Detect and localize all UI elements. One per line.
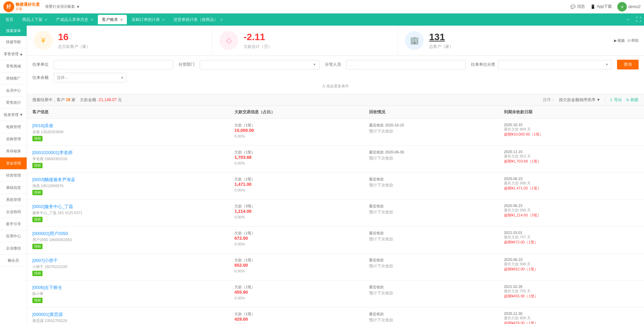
sidebar-item-wechat[interactable]: 企业微信 — [0, 242, 27, 255]
debt-info-cell: 欠款（1笔） 455.90 0.00% — [234, 285, 369, 300]
sidebar-item-ecom[interactable]: 电商管理 — [0, 121, 27, 133]
overdue-amount[interactable]: 超期¥652.00（1笔） — [504, 267, 639, 272]
sidebar-item-enterprise[interactable]: 企业协同 — [0, 206, 27, 218]
collection-cell: 最近收款 2020-10-15 预计下次收款 — [369, 123, 504, 134]
tab-close-icon[interactable]: ✕ — [220, 18, 223, 22]
customer-name[interactable]: [0003]畅捷服务尹海蓝 — [32, 177, 234, 183]
table-container: 客户信息 欠款交易信息（占比） 回收情况 到期未收款日期 [0016]吴俊 吴俊… — [27, 106, 644, 324]
stat-card-total-customers: 🏢 131 总客户（家） — [398, 26, 583, 55]
from-unit-input[interactable]: ... — [54, 60, 173, 69]
collection-cell: 最近收款 预计下次收款 — [369, 231, 504, 242]
sidebar-item-app-center[interactable]: 应用中心 — [0, 230, 27, 242]
total-customers-icon: 🏢 — [405, 31, 424, 50]
sidebar-item-finance[interactable]: 资金管理 — [0, 157, 27, 170]
customer-tag: 现销 — [32, 298, 43, 303]
sidebar-item-batch-mgmt[interactable]: 批发管理 ▼ — [0, 109, 27, 121]
debt-customers-icon: ¥ — [34, 31, 53, 50]
dept-select[interactable]: ▼ — [200, 60, 319, 69]
debt-amount[interactable]: 1,214.00 — [234, 209, 369, 214]
sidebar-item-vip[interactable]: 畅会员 — [0, 255, 27, 267]
sidebar-item-inventory[interactable]: 库存核算 — [0, 145, 27, 157]
export-btn[interactable]: ⇧ 导出 — [610, 97, 622, 103]
customer-name[interactable]: [0016]吴俊 — [32, 123, 234, 129]
manager-input[interactable]: ... — [346, 60, 466, 69]
maximize-btn[interactable]: ⛶ — [635, 17, 643, 23]
debt-amount[interactable]: 1,703.68 — [234, 155, 369, 160]
debt-count: 欠款（1笔） — [234, 312, 369, 317]
stat-card-debt-customers: ¥ 16 总欠款客户（家） — [27, 26, 213, 55]
customer-name[interactable]: [0002]服务中心_丁磊 — [32, 204, 234, 210]
overdue-date: 2020.06.23 — [504, 258, 639, 262]
debt-amount[interactable]: 1,471.00 — [234, 182, 369, 187]
col-header-debt: 欠款交易信息（占比） — [234, 109, 369, 115]
last-collection: 最近收款 — [369, 312, 504, 317]
customer-tag: 现销 — [32, 163, 43, 168]
unit-type-dropdown-icon: ▼ — [605, 63, 609, 66]
sidebar-item-base-info[interactable]: 基础信息 — [0, 182, 27, 194]
customer-name[interactable]: [0006]去下粮仓 — [32, 285, 234, 291]
unit-type-select[interactable]: ▼ — [498, 60, 612, 69]
results-info: 搜索结果中，客户 16 家 欠款金额 -21,148.07 元 — [32, 97, 122, 103]
stat-number-debt-customers: 16 — [58, 32, 90, 42]
refresh-btn[interactable]: ↻ 刷新 — [626, 97, 639, 103]
sidebar-search[interactable]: 搜索菜单 — [0, 26, 27, 36]
debt-amount[interactable]: 429.00 — [234, 317, 369, 322]
sidebar-item-marketing[interactable]: 营销推广 — [0, 72, 27, 85]
tab-close-icon[interactable]: ✕ — [45, 18, 47, 22]
user-avatar[interactable]: d demo2 — [617, 2, 641, 11]
sidebar-item-new-guide[interactable]: 新手引导 — [0, 218, 27, 230]
customer-tag: 现销 — [32, 217, 43, 222]
tab-customer-account[interactable]: 客户账本 ✕ — [98, 15, 127, 24]
debt-amount[interactable]: 672.00 — [234, 236, 369, 241]
sidebar-item-member[interactable]: 会员中心 — [0, 85, 27, 97]
overdue-amount[interactable]: 超期¥1,214.00（3笔） — [504, 213, 639, 218]
customer-name[interactable]: [000002]用户2050 — [32, 231, 234, 237]
tab-bar-controls: － ⛶ — [624, 16, 643, 23]
sidebar-item-business[interactable]: 经营管理 — [0, 170, 27, 182]
customer-name[interactable]: [0001020001]李老师 — [32, 150, 234, 156]
sidebar-item-retail-mall[interactable]: 零售商城 — [0, 60, 27, 72]
tab-close-icon[interactable]: ✕ — [90, 18, 93, 22]
sidebar-item-purchase[interactable]: 采购管理 — [0, 133, 27, 145]
debt-amount[interactable]: 455.90 — [234, 290, 369, 295]
sidebar-item-retail-stats[interactable]: 零售统计 — [0, 97, 27, 109]
overdue-amount[interactable]: 超期¥455.90（1笔） — [504, 294, 639, 299]
table-row: [0007]小饼干 小饼干 18279152100 现销 欠款（1笔） 652.… — [27, 254, 644, 281]
debt-amount[interactable]: 652.00 — [234, 263, 369, 268]
tab-close-icon[interactable]: ✕ — [120, 18, 123, 22]
search-button[interactable]: 查询 — [617, 60, 639, 69]
tab-home[interactable]: 首页 — [1, 15, 18, 24]
tab-purchase-order[interactable]: 采购订单统计表 ✕ — [128, 15, 169, 24]
company-selector[interactable]: 母婴行业演示账套 ▼ — [45, 4, 80, 9]
overdue-cell: 2021.02.26 最长欠款 750 天 超期¥455.90（1笔） — [504, 285, 639, 299]
help-btn[interactable]: ⊙ 帮助 — [627, 38, 639, 43]
results-bar: 搜索结果中，客户 16 家 欠款金额 -21,148.07 元 排序： 按欠款金… — [27, 94, 644, 106]
collapse-btn[interactable]: ⋀ 收起更多条件 — [32, 82, 639, 90]
tab-purchase-stats[interactable]: 进货单统计表（按商品） ✕ — [169, 15, 227, 24]
overdue-days: 最长欠款 747 天 — [504, 235, 639, 240]
customer-name[interactable]: [0007]小饼干 — [32, 258, 234, 264]
view-video-btn[interactable]: ▶ 视频 — [614, 38, 625, 43]
message-btn[interactable]: 💬 消息 — [570, 4, 585, 9]
tab-close-icon[interactable]: ✕ — [162, 18, 165, 22]
debt-amount[interactable]: 10,000.00 — [234, 128, 369, 133]
customer-name[interactable]: [000001]黄思源 — [32, 312, 234, 318]
overdue-amount[interactable]: 超期¥10,000.00（1笔） — [504, 132, 639, 137]
sidebar-item-retail-mgmt[interactable]: 零售管理 ▲ — [0, 48, 27, 60]
balance-select[interactable]: 选择... ▼ — [54, 73, 127, 82]
filter-area: 往来单位 ... 分管部门 ▼ 分管人员 ... — [27, 56, 644, 94]
col-header-customer: 客户信息 — [32, 109, 234, 115]
overdue-amount[interactable]: 超期¥672.00（1笔） — [504, 240, 639, 245]
sort-value[interactable]: 按欠款金额倒序排序 ▼ — [559, 97, 600, 103]
minimize-btn[interactable]: － — [624, 16, 632, 23]
overdue-amount[interactable]: 超期¥1,703.68（1笔） — [504, 159, 639, 164]
last-collection: 最近收款 — [369, 231, 504, 236]
sidebar-item-quick-nav[interactable]: 快捷导航 — [0, 36, 27, 48]
overdue-amount[interactable]: 超期¥1,471.00（1笔） — [504, 186, 639, 191]
overdue-amount[interactable]: 超期¥429.00（1笔） — [504, 321, 639, 324]
tab-production-history[interactable]: 产成品入库单历史 ✕ — [52, 15, 97, 24]
tab-products-offline[interactable]: 商品上下架 ✕ — [18, 15, 51, 24]
app-download-btn[interactable]: 📱 App下载 — [590, 4, 612, 9]
last-collection: 最近收款 — [369, 258, 504, 263]
sidebar-item-system[interactable]: 系统管理 — [0, 194, 27, 206]
